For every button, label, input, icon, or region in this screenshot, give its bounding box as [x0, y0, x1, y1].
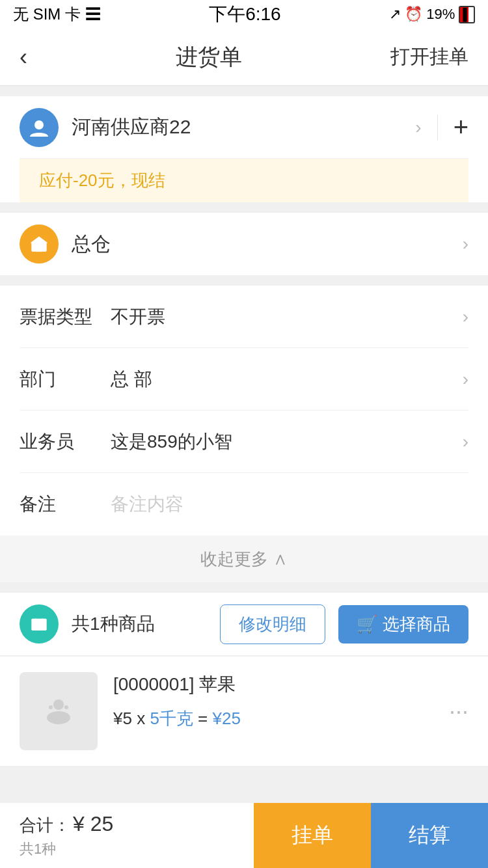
supplier-row[interactable]: 河南供应商22 › + — [20, 96, 468, 159]
status-time: 下午6:16 — [209, 2, 281, 27]
staff-chevron-icon: › — [463, 431, 468, 452]
svg-point-6 — [49, 705, 53, 709]
divider-3 — [0, 275, 488, 286]
supplier-name: 河南供应商22 — [72, 114, 415, 141]
footer: 合计： ¥ 25 共1种 挂单 结算 — [0, 803, 488, 868]
vertical-divider — [437, 115, 438, 141]
nav-bar: ‹ 进货单 打开挂单 — [0, 29, 488, 86]
dept-value: 总 部 — [111, 367, 463, 392]
remark-input[interactable]: 备注内容 — [111, 492, 468, 517]
supplier-chevron-icon: › — [415, 117, 421, 138]
invoice-value: 不开票 — [111, 305, 463, 329]
back-button[interactable]: ‹ — [20, 44, 27, 71]
battery-text: 19% — [426, 6, 455, 23]
status-right: ↗ ⏰ 19% ▌ — [389, 6, 475, 23]
invoice-label: 票据类型 — [20, 305, 111, 329]
dept-label: 部门 — [20, 367, 111, 392]
warehouse-row[interactable]: 总仓 › — [20, 213, 468, 275]
product-more-button[interactable]: ··· — [449, 698, 468, 725]
page-title: 进货单 — [176, 42, 242, 72]
footer-total: 合计： ¥ 25 共1种 — [0, 803, 254, 868]
product-qty: 5千克 — [150, 709, 193, 728]
divider-2 — [0, 202, 488, 213]
collapse-label: 收起更多 ∧ — [200, 548, 287, 571]
open-pending-button[interactable]: 打开挂单 — [390, 44, 468, 70]
product-thumbnail — [20, 672, 98, 750]
total-amount: ¥ 25 — [73, 812, 113, 836]
supplier-section: 河南供应商22 › + 应付-20元，现结 — [0, 96, 488, 202]
svg-point-0 — [34, 120, 44, 129]
product-unit-price: ¥5 x — [113, 709, 150, 728]
product-count: 共1种商品 — [72, 612, 207, 636]
remark-row[interactable]: 备注 备注内容 — [20, 473, 468, 536]
warehouse-name: 总仓 — [72, 231, 463, 258]
modify-detail-button[interactable]: 修改明细 — [220, 604, 325, 644]
status-bar: 无 SIM 卡 ☰ 下午6:16 ↗ ⏰ 19% ▌ — [0, 0, 488, 29]
warehouse-section: 总仓 › — [0, 213, 488, 275]
checkout-button[interactable]: 结算 — [371, 803, 488, 868]
suspend-button[interactable]: 挂单 — [254, 803, 371, 868]
invoice-row[interactable]: 票据类型 不开票 › — [20, 286, 468, 348]
form-section: 票据类型 不开票 › 部门 总 部 › 业务员 这是859的小智 › 备注 备注… — [0, 286, 488, 536]
dept-row[interactable]: 部门 总 部 › — [20, 348, 468, 411]
total-label: 合计： — [20, 814, 70, 837]
warehouse-chevron-icon: › — [463, 234, 468, 254]
svg-point-4 — [53, 699, 64, 710]
total-count: 共1种 — [20, 839, 234, 859]
svg-rect-2 — [36, 246, 42, 251]
dept-chevron-icon: › — [463, 369, 468, 390]
remark-label: 备注 — [20, 492, 111, 517]
svg-rect-3 — [31, 619, 46, 631]
product-total: ¥25 — [212, 709, 240, 728]
divider-1 — [0, 86, 488, 96]
invoice-chevron-icon: › — [463, 306, 468, 327]
svg-point-7 — [64, 705, 68, 709]
staff-value: 这是859的小智 — [111, 429, 463, 454]
select-product-label: 选择商品 — [383, 613, 450, 636]
supplier-avatar — [20, 108, 59, 147]
product-equals: = — [193, 709, 213, 728]
add-supplier-button[interactable]: + — [454, 113, 468, 142]
select-product-button[interactable]: 🛒 选择商品 — [338, 605, 468, 644]
signal-text: 无 SIM 卡 ☰ — [13, 4, 101, 25]
collapse-row[interactable]: 收起更多 ∧ — [0, 536, 488, 582]
product-item: [0000001] 苹果 ¥5 x 5千克 = ¥25 ··· — [0, 657, 488, 766]
warehouse-icon — [20, 224, 59, 264]
product-name: [0000001] 苹果 — [113, 672, 433, 697]
battery-icon: ▌ — [459, 6, 475, 23]
staff-row[interactable]: 业务员 这是859的小智 › — [20, 411, 468, 473]
products-header: 共1种商品 修改明细 🛒 选择商品 — [0, 593, 488, 655]
status-left: 无 SIM 卡 ☰ — [13, 4, 101, 25]
product-icon — [20, 604, 59, 644]
staff-label: 业务员 — [20, 429, 111, 454]
cart-icon: 🛒 — [357, 614, 377, 634]
alarm-icon: ⏰ — [405, 6, 422, 23]
supplier-alert: 应付-20元，现结 — [20, 159, 468, 202]
svg-point-5 — [47, 711, 70, 724]
location-icon: ↗ — [389, 6, 401, 23]
product-details: [0000001] 苹果 ¥5 x 5千克 = ¥25 — [113, 672, 433, 730]
product-price-row: ¥5 x 5千克 = ¥25 — [113, 707, 433, 730]
divider-4 — [0, 582, 488, 593]
